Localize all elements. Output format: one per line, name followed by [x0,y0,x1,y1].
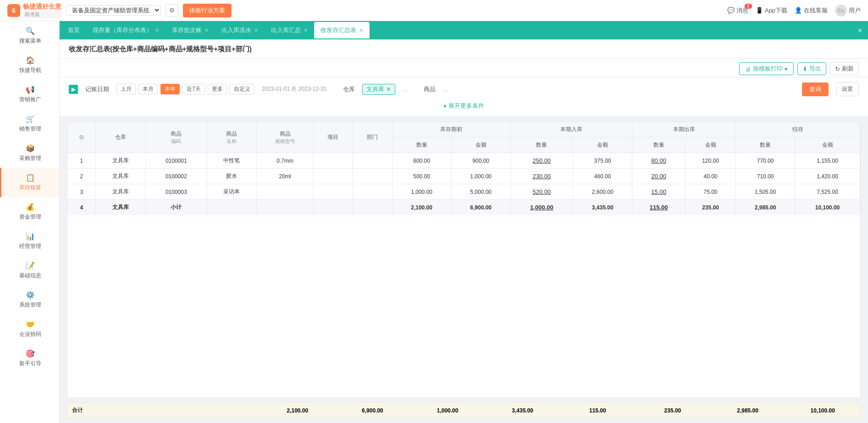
sidebar-item-guide[interactable]: 🎯 新手引导 [0,344,59,373]
tab-in-out-summary-close[interactable]: ✕ [304,27,308,33]
warehouse-filter-label: 仓库 [343,85,355,93]
export-icon: ⬇ [802,66,807,72]
trial-button[interactable]: 体验行业方案 [183,4,232,17]
date-btn-year[interactable]: 本年 [160,84,180,94]
th-opening-group: 库存期初 [392,122,510,137]
th-bal-amt: 金额 [795,137,860,153]
th-balance-group: 结存 [736,122,860,137]
warehouse-remove-button[interactable]: ✕ [386,86,391,93]
th-in-amt: 金额 [573,137,632,153]
system-settings-button[interactable]: ⚙ [166,4,178,17]
filter-collapse-button[interactable]: ▶ [69,85,78,94]
tab-home-label: 首页 [68,26,80,34]
expand-more-button[interactable]: ▾ 展开更多条件 [69,100,859,112]
top-actions-row: 🖨 按模板打印 ▾ ⬇ 导出 ↻ 刷新 [60,59,868,77]
sidebar-item-purchase[interactable]: 📦 采购管理 [0,138,59,168]
cell-out-qty-3[interactable]: 15.00 [632,184,686,200]
data-table: ⚙ 仓库 商品编码 商品名称 商品规格型号 项目 部门 库存期初 本期入库 本期… [67,122,860,215]
tab-batch-ledger-close[interactable]: ✕ [205,27,209,33]
cell-subtotal-open-amt: 6,900.00 [451,200,510,215]
system-select[interactable]: 装备及固定资产辅助管理系统 [66,5,161,16]
query-button[interactable]: 查询 [802,82,829,96]
th-settings[interactable]: ⚙ [67,122,96,153]
warehouse-more[interactable]: ... [403,86,407,93]
th-out-qty: 数量 [632,137,686,153]
th-open-qty: 数量 [392,137,451,153]
th-product-code: 商品编码 [146,122,207,153]
tab-in-out-summary-label: 出入库汇总 [271,26,301,34]
tab-receive-send-summary[interactable]: 收发存汇总表 ✕ [314,22,370,38]
sidebar-label-enterprise: 企业协同 [19,330,41,338]
sidebar-item-sales[interactable]: 🛒 销售管理 [0,109,59,138]
cell-no-3: 3 [67,184,96,200]
date-btn-up[interactable]: 上月 [116,84,136,94]
tab-home[interactable]: 首页 [61,22,86,38]
date-btn-custom[interactable]: 自定义 [230,84,254,94]
cell-bal-qty-3: 1,505.00 [736,184,795,200]
sidebar-item-operations[interactable]: 📊 经营管理 [0,226,59,256]
message-action[interactable]: 💬 消息 6 [727,6,748,15]
cell-open-qty-3: 1,000.00 [392,184,451,200]
cell-in-qty-3[interactable]: 520.00 [510,184,573,200]
cell-in-qty-1[interactable]: 250.00 [510,153,573,169]
cell-out-qty-2[interactable]: 20.00 [632,169,686,184]
app-download-label: App下载 [765,6,787,15]
finance-icon: 💰 [26,203,35,211]
online-service-icon: 👤 [795,7,802,14]
tab-stock-dist-label: 现存量（库存分布表） [93,26,152,34]
settings-button[interactable]: 设置 [836,82,859,96]
user-action[interactable]: Ea 用户 [835,5,861,16]
header-right: 💬 消息 6 📱 App下载 👤 在线客服 Ea 用户 [727,5,861,16]
tab-close-all-button[interactable]: ✕ [854,25,866,36]
tab-stock-dist-close[interactable]: ✕ [155,27,159,33]
sidebar-item-finance[interactable]: 💰 资金管理 [0,197,59,226]
tab-batch-ledger[interactable]: 库存批次账 ✕ [166,22,215,38]
table-container[interactable]: ⚙ 仓库 商品编码 商品名称 商品规格型号 项目 部门 库存期初 本期入库 本期… [67,121,861,398]
cell-out-qty-1[interactable]: 80.00 [632,153,686,169]
cell-spec-2: 20ml [257,169,314,184]
cell-code-3: 0100003 [146,184,207,200]
date-btn-more[interactable]: 更多 [208,84,227,94]
cell-spec-1: 0.7mm [257,153,314,169]
total-in-qty: 1,000.00 [410,407,485,414]
tab-stock-dist[interactable]: 现存量（库存分布表） ✕ [86,22,166,38]
date-label: 记账日期 [85,85,109,93]
product-more[interactable]: ... [443,86,448,93]
sidebar-item-enterprise[interactable]: 🤝 企业协同 [0,314,59,344]
guide-icon: 🎯 [26,349,35,358]
sidebar-item-inventory[interactable]: 📋 库存核算 [0,168,59,197]
sidebar-item-search[interactable]: 🔍 搜索菜单 [0,21,59,50]
refresh-button[interactable]: ↻ 刷新 [830,62,859,75]
total-open-qty: 2,100.00 [260,407,335,414]
cell-dept-3 [353,184,392,200]
tab-in-out-flow-label: 出入库流水 [221,26,251,34]
date-btn-current[interactable]: 本月 [138,84,158,94]
cell-subtotal-out-qty[interactable]: 115.00 [632,200,686,215]
print-button[interactable]: 🖨 按模板打印 ▾ [739,62,794,75]
tab-bar: 首页 现存量（库存分布表） ✕ 库存批次账 ✕ 出入库流水 ✕ 出入库汇总 ✕ … [60,21,868,39]
sidebar-item-quick-nav[interactable]: 🏠 快捷导航 [0,50,59,80]
cell-spec-3 [257,184,314,200]
sidebar-item-system[interactable]: ⚙️ 系统管理 [0,285,59,314]
tab-receive-send-summary-close[interactable]: ✕ [359,27,363,33]
warehouse-name: 文具库 [366,85,384,93]
cell-open-qty-1: 600.00 [392,153,451,169]
app-download-icon: 📱 [756,7,763,14]
table-row: 2 文具库 0100002 胶水 20ml 500.00 1,000.00 23… [67,169,860,184]
tab-in-out-flow-close[interactable]: ✕ [254,27,258,33]
total-bal-qty: 2,985.00 [710,407,785,414]
online-service-action[interactable]: 👤 在线客服 [795,6,828,15]
cell-subtotal-in-qty[interactable]: 1,000.00 [510,200,573,215]
sidebar-item-basic-info[interactable]: 📝 基础信息 [0,256,59,285]
cell-in-qty-2[interactable]: 230.00 [510,169,573,184]
th-project: 项目 [314,122,353,153]
export-button[interactable]: ⬇ 导出 [797,62,826,75]
tab-in-out-summary[interactable]: 出入库汇总 ✕ [265,22,314,38]
app-download-action[interactable]: 📱 App下载 [756,6,787,15]
sidebar-item-marketing[interactable]: 📢 营销推广 [0,80,59,109]
cell-warehouse-1: 文具库 [96,153,146,169]
tab-in-out-flow[interactable]: 出入库流水 ✕ [215,22,265,38]
date-btn-last7[interactable]: 近7天 [182,84,205,94]
tab-batch-ledger-label: 库存批次账 [172,26,202,34]
column-settings-icon[interactable]: ⚙ [79,134,84,141]
